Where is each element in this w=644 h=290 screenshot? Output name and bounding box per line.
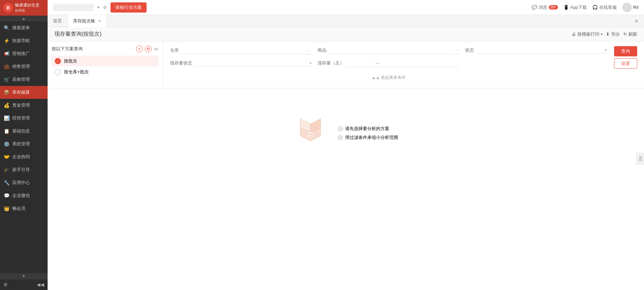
nav-icon-1: ⚡ [3,38,10,44]
status-label: 状态 [465,47,474,53]
inventory-status-label: 现存量状态 [170,60,192,66]
settings-footer-icon[interactable]: ⚙ [3,282,8,287]
inventory-status-chevron: ▾ [310,61,311,65]
filter-conditions-row: 仓库 ··· 商品 ··· [163,41,644,88]
panel-close-btn[interactable]: ✕ [634,18,639,24]
sidebar-item-经营管理[interactable]: 📊经营管理 [0,112,48,125]
user-area[interactable]: Rit [622,3,639,12]
nav-label-6: 资金管理 [12,102,30,108]
sidebar-item-基础信息[interactable]: 📋基础信息 [0,125,48,138]
product-input[interactable] [329,46,454,54]
status-select-chevron: ▾ [605,48,607,52]
tab-inventory-batch[interactable]: 库存批次账 ✕ [68,15,107,27]
app-download-label: App下载 [570,4,587,11]
sidebar-item-搜索菜单[interactable]: 🔍搜索菜单 [0,21,48,34]
nav-label-14: 畅会员 [12,205,26,212]
tip-num-1: 1 [338,126,343,131]
sidebar-item-资金管理[interactable]: 💰资金管理 [0,99,48,112]
sidebar-item-应用中心[interactable]: 🔧应用中心 [0,176,48,189]
warehouse-more-btn[interactable]: ··· [306,47,312,53]
query-btn[interactable]: 查询 [614,46,637,56]
tab-home-label: 首页 [53,18,62,24]
page-header: 现存量查询(按批次) 🖨 按模板打印 ▾ ⬇ 导出 ↻ 刷新 [48,27,644,41]
nav-icon-7: 📊 [3,115,10,121]
sidebar-item-营销推广[interactable]: 📢营销推广 [0,47,48,60]
inventory-qty-min[interactable] [347,59,374,67]
tab-home[interactable]: 首页 [48,15,68,27]
collapse-conditions-btn[interactable]: ▲▲ 收起更多条件 [170,72,607,83]
add-scheme-btn[interactable]: + [136,46,143,52]
collapse-up-icon: ▲▲ [372,75,380,80]
empty-tip-1: 1 请先选择要分析的方案 [338,126,398,132]
collapse-panel-icon[interactable]: ≪ [154,46,159,52]
print-dropdown-icon[interactable]: ▾ [601,32,603,36]
topbar-search-input[interactable] [53,4,94,11]
sidebar-item-新手引导[interactable]: 🎓新手引导 [0,163,48,176]
right-hint-panel[interactable]: Rit [636,153,644,165]
product-input-wrap: ··· [329,46,460,54]
nav-label-1: 快捷导航 [12,38,30,44]
nav-icon-4: 🛒 [3,76,10,83]
sidebar-item-快捷导航[interactable]: ⚡快捷导航 [0,34,48,47]
app-title-block: 畅康通好生意 标准版 [15,3,39,13]
product-more-btn[interactable]: ··· [454,47,460,53]
inventory-status-select[interactable]: ▾ [195,60,312,67]
print-btn[interactable]: 🖨 按模板打印 ▾ [572,31,603,37]
setting-btn[interactable]: 设置 [614,58,637,69]
online-service-btn[interactable]: 🎧 在线客服 [592,4,617,11]
sidebar-item-畅会员[interactable]: 👑畅会员 [0,202,48,215]
experience-btn[interactable]: 体验行业方案 [111,2,147,13]
warehouse-input[interactable] [182,46,306,54]
sidebar-item-企业微信[interactable]: 💬企业微信 [0,189,48,202]
nav-icon-11: 🎓 [3,167,10,173]
sidebar-scroll-down[interactable]: ▼ [0,273,48,279]
product-label: 商品 [318,47,326,53]
sidebar-scroll-up[interactable]: ▲ [0,16,48,21]
filter-section: 按以下方案查询 + ⚙ ≪ ✓ 按批次 ○ [48,41,644,88]
nav-icon-6: 💰 [3,102,10,108]
nav-icon-14: 👑 [3,205,10,212]
topbar: ▾ ⚙ 体验行业方案 💬 消息 99+ 📱 App下载 🎧 在线客服 Rit [48,0,644,15]
status-select[interactable]: ▾ [477,47,607,54]
message-icon: 💬 [532,5,537,10]
tabbar: 首页 库存批次账 ✕ ✕ [48,15,644,27]
topbar-dropdown-icon[interactable]: ▾ [97,5,100,10]
sidebar-item-企业协同[interactable]: 🤝企业协同 [0,150,48,163]
print-label: 按模板打印 [577,31,599,37]
app-logo: B [3,3,13,13]
scheme-warehouse-batch-item[interactable]: ○ 按仓库+批次 [52,67,159,77]
filter-conditions-area: 仓库 ··· 商品 ··· [163,41,644,88]
empty-tip-2: 2 用过滤条件来缩小分析范围 [338,134,398,141]
phone-icon: 📱 [563,5,569,10]
inventory-qty-max[interactable] [381,59,408,67]
page-title: 现存量查询(按批次) [54,31,102,38]
page-content-area: 现存量查询(按批次) 🖨 按模板打印 ▾ ⬇ 导出 ↻ 刷新 [48,27,644,290]
messages-btn[interactable]: 💬 消息 99+ [532,4,558,11]
tab-inventory-batch-label: 库存批次账 [73,18,95,24]
collapse-sidebar-btn[interactable]: ◀◀ [37,282,44,287]
sidebar-item-销售管理[interactable]: 💼销售管理 [0,60,48,73]
scheme-batch-item[interactable]: ✓ 按批次 [52,56,159,67]
svg-point-5 [311,134,312,135]
nav-label-9: 系统管理 [12,141,30,147]
scheme-batch-icon: ✓ [54,58,61,65]
export-btn[interactable]: ⬇ 导出 [606,31,620,37]
sidebar-item-系统管理[interactable]: ⚙️系统管理 [0,138,48,150]
main-content: ▾ ⚙ 体验行业方案 💬 消息 99+ 📱 App下载 🎧 在线客服 Rit [48,0,644,290]
refresh-btn[interactable]: ↻ 刷新 [623,31,637,37]
tab-close-btn[interactable]: ✕ [98,19,101,23]
topbar-settings-icon[interactable]: ⚙ [103,5,107,10]
scheme-settings-btn[interactable]: ⚙ [145,46,152,52]
online-service-label: 在线客服 [599,4,617,11]
page-actions: 🖨 按模板打印 ▾ ⬇ 导出 ↻ 刷新 [572,31,637,37]
nav-label-0: 搜索菜单 [12,25,30,31]
nav-icon-9: ⚙️ [3,141,10,147]
svg-point-4 [308,134,310,135]
sidebar-item-采购管理[interactable]: 🛒采购管理 [0,73,48,86]
nav-label-13: 企业微信 [12,193,30,199]
filter-scheme-panel: 按以下方案查询 + ⚙ ≪ ✓ 按批次 ○ [48,41,163,88]
sidebar-item-库存核算[interactable]: 📦库存核算 [0,86,48,99]
nav-icon-0: 🔍 [3,25,10,31]
warehouse-input-wrap: ··· [182,46,312,54]
app-download-btn[interactable]: 📱 App下载 [563,4,587,11]
